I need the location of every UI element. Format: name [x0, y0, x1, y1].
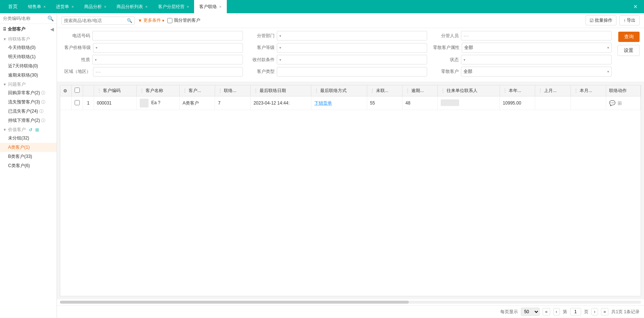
retail-input[interactable]: 全部 ▾	[461, 67, 612, 77]
per-page-select[interactable]: 50 100 200	[521, 308, 540, 316]
region-input[interactable]: ···	[93, 67, 243, 77]
filter-icon: ▼	[138, 18, 142, 23]
qrcode-icon[interactable]: ⊞	[618, 100, 622, 106]
row-checkbox[interactable]	[75, 100, 80, 105]
last-method-link[interactable]: 下销货单	[314, 100, 332, 106]
close-sales-order[interactable]: ×	[43, 4, 46, 9]
message-icon[interactable]: 💬	[609, 100, 615, 106]
retail-attr-input[interactable]: 全部 ▾	[462, 43, 612, 53]
close-all-button[interactable]: ×	[630, 3, 641, 11]
scrollbar-thumb[interactable]	[60, 301, 409, 304]
td-contact-person	[438, 96, 500, 110]
th-customer-name[interactable]: ⋮客户名称	[137, 85, 180, 96]
search-input[interactable]	[64, 18, 127, 23]
main-layout: 🔍 ⠿ 全部客户 ◀ ▼ 待联络客户 今天待联络(0) 明天待联络(1) 近7天…	[0, 13, 644, 318]
all-customers-header[interactable]: ⠿ 全部客户 ◀	[0, 24, 57, 35]
person-input[interactable]: ···	[461, 31, 612, 40]
nav-customer-contact[interactable]: 客户联络 ×	[194, 0, 226, 13]
nav-home[interactable]: 首页	[3, 0, 23, 13]
th-gear[interactable]: ⚙	[60, 85, 71, 96]
td-name[interactable]: Ea ?	[137, 96, 180, 110]
query-button[interactable]: 查询	[618, 32, 640, 42]
next-page-button[interactable]: ›	[591, 308, 598, 315]
scrollbar-track[interactable]	[60, 301, 641, 304]
sidebar-item-tomorrow-contact[interactable]: 明天待联络(1)	[0, 52, 57, 61]
sidebar-search-input[interactable]	[3, 16, 47, 21]
th-last-contact-method[interactable]: ⋮最后联络方式	[311, 85, 367, 96]
filter-cell-price-level: 客户价格等级 ▾	[61, 43, 246, 53]
th-customer-code[interactable]: ⋮客户编码	[94, 85, 137, 96]
filter-cell-status: 状态 ▾	[430, 55, 615, 64]
sidebar-item-declining[interactable]: 持续下滑客户(2) ⓘ	[0, 116, 57, 125]
close-customer-segmentation[interactable]: ×	[187, 4, 189, 9]
th-this-month[interactable]: ⋮本月...	[570, 85, 606, 96]
th-check[interactable]	[71, 85, 83, 96]
td-last-method[interactable]: 下销货单	[311, 96, 367, 110]
th-contact-person[interactable]: ⋮往来单位联系人	[438, 85, 500, 96]
value-customers-group[interactable]: ▼ 价值客户 ↺ ⊞	[0, 125, 57, 134]
close-product-analysis-list[interactable]: ×	[145, 4, 147, 9]
customer-type-input[interactable]	[277, 67, 427, 77]
th-not-contact[interactable]: ⋮未联...	[367, 85, 402, 96]
nature-input[interactable]: ▾	[92, 55, 243, 64]
payment-input[interactable]: ▾	[277, 55, 427, 64]
nav-purchase-order[interactable]: 进货单 ×	[51, 0, 79, 13]
status-input[interactable]: ▾	[461, 55, 612, 64]
last-page-button[interactable]: »	[601, 308, 609, 315]
nav-product-analysis-list[interactable]: 商品分析列表 ×	[111, 0, 153, 13]
th-last-contact-date[interactable]: ⋮最后联络日期	[250, 85, 311, 96]
sidebar-item-c-class[interactable]: C类客户(6)	[0, 161, 57, 170]
export-button[interactable]: ↑ 导出	[619, 15, 640, 25]
my-customers-check[interactable]	[167, 18, 172, 23]
edit-group-icon[interactable]: ⊞	[35, 127, 39, 132]
batch-icon: ☑	[590, 18, 594, 23]
my-customers-checkbox[interactable]: 我分管的客户	[167, 17, 200, 24]
more-filters-button[interactable]: ▼ 更多条件 ▾	[138, 17, 164, 24]
td-action: 💬 ⊞	[606, 96, 641, 110]
problem-customers-group[interactable]: ▼ 问题客户	[0, 80, 57, 88]
th-last-month[interactable]: ⋮上月...	[535, 85, 570, 96]
sidebar-item-churned[interactable]: 已流失客户(24) ⓘ	[0, 107, 57, 116]
prev-page-button[interactable]: ‹	[553, 308, 560, 315]
export-icon: ↑	[623, 18, 626, 23]
sidebar-item-ungrouped[interactable]: 未分组(32)	[0, 134, 57, 143]
problem-customers-label: 问题客户	[8, 81, 26, 88]
nav-product-analysis[interactable]: 商品分析 ×	[79, 0, 111, 13]
nav-sales-order[interactable]: 销售单 ×	[23, 0, 51, 13]
setting-button[interactable]: 设置	[618, 45, 640, 56]
batch-operation-button[interactable]: ☑ 批量操作	[586, 15, 616, 25]
first-page-button[interactable]: «	[543, 308, 550, 315]
td-check[interactable]	[71, 96, 83, 110]
sidebar-item-7day-contact[interactable]: 近7天待联络(0)	[0, 61, 57, 71]
close-product-analysis[interactable]: ×	[104, 4, 106, 9]
search-icon[interactable]: 🔍	[127, 18, 132, 23]
page-number-input[interactable]	[570, 308, 581, 315]
nav-customer-segmentation[interactable]: 客户分层经营 ×	[153, 0, 194, 13]
pending-contact-group[interactable]: ▼ 待联络客户	[0, 35, 57, 43]
dept-input[interactable]: ▾	[277, 31, 427, 40]
sidebar-collapse-icon[interactable]: ◀	[50, 27, 54, 32]
select-all-checkbox[interactable]	[75, 88, 80, 93]
sidebar-item-churn-warning[interactable]: 流失预警客户(3) ⓘ	[0, 98, 57, 107]
close-customer-contact[interactable]: ×	[219, 4, 221, 9]
th-overdue[interactable]: ⋮逾期...	[402, 85, 437, 96]
sidebar-item-b-class[interactable]: B类客户(33)	[0, 152, 57, 161]
action-icons: 💬 ⊞	[609, 100, 637, 106]
th-contact-count[interactable]: ⋮联络...	[215, 85, 250, 96]
customer-level-input[interactable]: ▾	[277, 43, 427, 53]
th-action: 联络动作	[606, 85, 641, 96]
sidebar-item-today-contact[interactable]: 今天待联络(0)	[0, 43, 57, 52]
customer-level-label: 客户等级	[249, 45, 275, 51]
sidebar-search-icon[interactable]: 🔍	[47, 15, 54, 21]
phone-input[interactable]	[92, 31, 243, 40]
person-label: 分管人员	[433, 33, 459, 39]
price-level-input[interactable]: ▾	[93, 43, 243, 53]
sidebar-item-overdue-contact[interactable]: 逾期未联络(30)	[0, 71, 57, 80]
sidebar-item-repurchase-abnormal[interactable]: 回购异常客户(2) ⓘ	[0, 88, 57, 98]
refresh-icon[interactable]: ↺	[29, 127, 32, 132]
td-code: 000031	[94, 96, 137, 110]
close-purchase-order[interactable]: ×	[71, 4, 74, 9]
sidebar-item-a-class[interactable]: A类客户(1)	[0, 143, 57, 152]
th-this-year[interactable]: ⋮本年...	[500, 85, 535, 96]
th-customer-type[interactable]: ⋮客户...	[179, 85, 215, 96]
